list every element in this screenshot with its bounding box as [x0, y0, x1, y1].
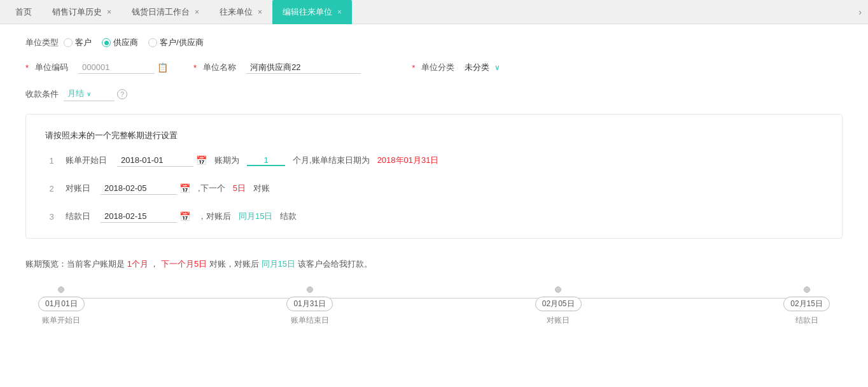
help-icon[interactable]: ? [117, 89, 127, 99]
period-settings-section: 请按照未来的一个完整帐期进行设置 1 账单开始日 📅 账期为 个月,账单结束日期… [25, 114, 843, 239]
preview-middle: 对账，对账后 [209, 259, 259, 269]
timeline-section: 01月01日 账单开始日 01月31日 账单结束日 02月05日 对账日 02月… [25, 286, 843, 326]
radio-supplier[interactable]: 供应商 [102, 37, 138, 48]
period-row-2: 2 对账日 📅 ,下一个 5日 对账 [45, 182, 823, 195]
timeline-dot-4 [804, 286, 810, 293]
payment-terms-value: 月结 [67, 88, 84, 99]
period-row-3: 3 结款日 📅 ，对账后 同月15日 结款 [45, 210, 823, 223]
close-partner-icon[interactable]: × [258, 8, 262, 16]
category-dropdown-icon: ∨ [494, 63, 500, 72]
timeline-point-1: 01月01日 账单开始日 [38, 286, 85, 326]
reconcile-desc-suffix: 对账 [253, 183, 270, 194]
timeline-badge-4: 02月15日 [783, 297, 830, 311]
timeline-label-4: 结款日 [795, 315, 818, 326]
code-name-category-row: * 单位编码 📋 * 单位名称 * 单位分类 未分类 ∨ [25, 61, 843, 74]
period-num-3: 3 [45, 212, 58, 222]
reconcile-date-calendar-icon[interactable]: 📅 [179, 183, 190, 194]
period-preview: 账期预览：当前客户账期是 1个月 ， 下一个月5日 对账，对账后 同月15日 该… [25, 249, 843, 284]
preview-reconcile: 下一个月5日 [161, 259, 207, 269]
tab-partner[interactable]: 往来单位 × [209, 0, 272, 24]
preview-comma1: ， [150, 259, 158, 269]
reconcile-date-input[interactable] [101, 182, 177, 195]
close-sales-history-icon[interactable]: × [107, 8, 111, 16]
radio-supplier-circle [102, 38, 111, 47]
unit-code-input-group: 📋 [78, 61, 168, 74]
reconcile-day-highlight: 5日 [233, 183, 246, 194]
preview-label: 账期预览：当前客户账期是 [25, 259, 125, 269]
payment-date-input[interactable] [101, 210, 177, 223]
unit-code-label: 单位编码 [35, 62, 68, 73]
start-date-calendar-icon[interactable]: 📅 [196, 155, 207, 165]
preview-end: 该客户会给我打款。 [298, 259, 372, 269]
period-row-1: 1 账单开始日 📅 账期为 个月,账单结束日期为 2018年01月31日 [45, 154, 823, 167]
timeline-label-2: 账单结束日 [291, 315, 329, 326]
unit-category-select[interactable]: 未分类 ∨ [465, 62, 541, 73]
unit-category-value: 未分类 [465, 62, 489, 73]
radio-customer[interactable]: 客户 [64, 37, 92, 48]
payment-date-input-group: 📅 [101, 210, 190, 223]
months-input[interactable] [247, 155, 285, 166]
start-date-input-group: 📅 [117, 154, 207, 167]
section-title: 请按照未来的一个完整帐期进行设置 [45, 130, 823, 141]
tab-edit-partner[interactable]: 编辑往来单位 × [272, 0, 352, 24]
preview-payment: 同月15日 [262, 259, 295, 269]
timeline-dot-2 [307, 286, 313, 293]
unit-code-input[interactable] [78, 61, 155, 74]
preview-months: 1个月 [127, 259, 148, 269]
timeline-badge-2: 01月31日 [286, 297, 333, 311]
start-date-input[interactable] [117, 154, 193, 167]
unit-type-radio-group: 客户 供应商 客户/供应商 [64, 37, 204, 48]
payment-desc-suffix: 结款 [280, 211, 297, 222]
payment-terms-select[interactable]: 月结 ∨ [64, 87, 115, 101]
timeline-label-3: 对账日 [547, 315, 570, 326]
start-date-label: 账单开始日 [66, 155, 107, 166]
payment-desc-prefix: ，对账后 [198, 211, 231, 222]
payment-date-calendar-icon[interactable]: 📅 [179, 211, 190, 222]
reconcile-desc-prefix: ,下一个 [198, 183, 225, 194]
main-content: 单位类型 客户 供应商 客户/供应商 * 单位编码 📋 [0, 24, 868, 387]
period-num-1: 1 [45, 156, 58, 165]
unit-type-label: 单位类型 [25, 37, 59, 48]
timeline-point-3: 02月05日 对账日 [535, 286, 582, 326]
unit-code-icon[interactable]: 📋 [157, 62, 168, 73]
unit-type-row: 单位类型 客户 供应商 客户/供应商 [25, 37, 843, 48]
radio-both[interactable]: 客户/供应商 [148, 37, 204, 48]
timeline-dot-1 [58, 286, 64, 293]
unit-code-group: * 单位编码 📋 [25, 61, 168, 74]
timeline-dot-3 [555, 286, 561, 293]
unit-name-input[interactable] [246, 61, 361, 74]
unit-category-label: 单位分类 [421, 62, 454, 73]
tab-sales-history[interactable]: 销售订单历史 × [42, 0, 122, 24]
timeline-point-2: 01月31日 账单结束日 [286, 286, 333, 326]
tabs-bar: 首页 销售订单历史 × 钱货日清工作台 × 往来单位 × 编辑往来单位 × › [0, 0, 868, 24]
period-desc-after: 个月,账单结束日期为 [293, 155, 370, 166]
close-edit-partner-icon[interactable]: × [337, 8, 342, 16]
tab-home[interactable]: 首页 [5, 0, 42, 24]
timeline-points: 01月01日 账单开始日 01月31日 账单结束日 02月05日 对账日 02月… [38, 286, 830, 326]
timeline-label-1: 账单开始日 [42, 315, 80, 326]
radio-both-circle [148, 38, 157, 47]
payment-date-label: 结款日 [66, 211, 90, 222]
period-num-2: 2 [45, 184, 58, 194]
period-end-date-highlight: 2018年01月31日 [377, 155, 439, 166]
close-cash-work-icon[interactable]: × [195, 8, 199, 16]
reconcile-date-label: 对账日 [66, 183, 90, 194]
payment-terms-label: 收款条件 [25, 88, 59, 100]
payment-terms-dropdown-icon: ∨ [87, 90, 91, 97]
timeline-badge-3: 02月05日 [535, 297, 582, 311]
payment-day-highlight: 同月15日 [239, 211, 272, 222]
period-desc-before: 账期为 [214, 155, 239, 166]
unit-name-group: * 单位名称 [193, 61, 361, 74]
timeline-badge-1: 01月01日 [38, 297, 85, 311]
tabs-more-arrow[interactable]: › [852, 7, 868, 17]
timeline-point-4: 02月15日 结款日 [783, 286, 830, 326]
unit-name-label: 单位名称 [203, 62, 236, 73]
tab-cash-work[interactable]: 钱货日清工作台 × [122, 0, 209, 24]
radio-customer-circle [64, 38, 73, 47]
reconcile-date-input-group: 📅 [101, 182, 190, 195]
unit-category-group: * 单位分类 未分类 ∨ [412, 62, 541, 73]
payment-terms-row: 收款条件 月结 ∨ ? [25, 87, 843, 101]
